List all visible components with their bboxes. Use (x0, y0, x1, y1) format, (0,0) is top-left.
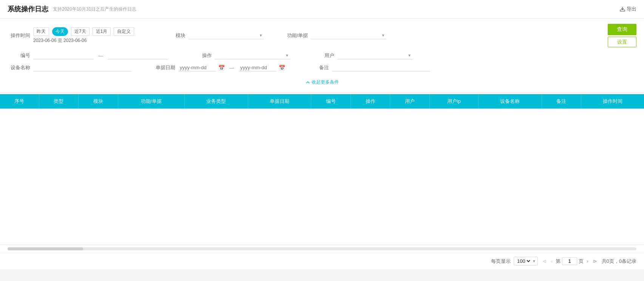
th-function: 功能/单据 (118, 94, 184, 109)
per-page-label: 每页显示 (491, 258, 511, 265)
module-filter: 模块 ▼ (163, 32, 264, 39)
operation-select-wrapper: ▼ (215, 52, 290, 59)
page-header: 系统操作日志 支持2020年10月31日之后产生的操作日志 导出 (0, 0, 644, 19)
th-code: 编号 (311, 94, 351, 109)
user-select[interactable] (337, 52, 413, 59)
scrollbar-area[interactable] (0, 245, 644, 253)
scrollbar-track (8, 247, 636, 250)
page-unit: 页 (579, 258, 584, 265)
operation-label: 操作 (189, 52, 212, 59)
device-input[interactable] (33, 64, 131, 71)
voucher-date-start-wrapper: 📅 (178, 64, 225, 71)
module-select[interactable] (188, 32, 264, 39)
settings-button[interactable]: 设置 (608, 37, 636, 47)
voucher-date-start[interactable] (178, 64, 216, 71)
time-filter: 操作时间 昨天 今天 近7天 近1月 自定义 2023-06-06 至 2023… (8, 27, 134, 44)
module-select-wrapper: ▼ (188, 32, 264, 39)
function-select-wrapper: ▼ (311, 32, 386, 39)
prev-page-button[interactable]: ‹ (550, 258, 554, 265)
time-btn-today[interactable]: 今天 (52, 27, 68, 36)
filter-area: 操作时间 昨天 今天 近7天 近1月 自定义 2023-06-06 至 2023… (0, 19, 644, 93)
voucher-date-separator: — (229, 65, 234, 71)
export-button[interactable]: 导出 (620, 6, 636, 12)
page-subtitle: 支持2020年10月31日之后产生的操作日志 (53, 6, 136, 12)
remark-input[interactable] (332, 64, 430, 71)
device-filter: 设备名称 (8, 64, 131, 71)
th-userip: 用户ip (429, 94, 478, 109)
calendar-icon-start[interactable]: 📅 (218, 65, 225, 71)
code-separator: — (98, 53, 103, 59)
th-seq: 序号 (0, 94, 39, 109)
pagination-bar: 每页显示 50 100 200 ▼ ⊲ ‹ 第 页 › ⊳ 共0页，0条记录 (0, 253, 644, 269)
table-header: 序号 类型 模块 功能/单据 业务类型 单据日期 编号 操作 用户 用户ip 设… (0, 94, 644, 109)
th-device: 设备名称 (478, 94, 542, 109)
user-label: 用户 (312, 52, 334, 59)
code-filter: 编号 — (8, 52, 168, 59)
collapse-text: 收起更多条件 (306, 79, 339, 85)
svg-rect-0 (620, 10, 625, 11)
page-navigation: ⊲ ‹ 第 页 › ⊳ (541, 257, 599, 265)
user-select-wrapper: ▼ (337, 52, 413, 59)
first-page-button[interactable]: ⊲ (541, 258, 548, 265)
page-title: 系统操作日志 (8, 5, 48, 14)
th-optime: 操作时间 (581, 94, 644, 109)
last-page-button[interactable]: ⊳ (591, 258, 599, 265)
voucher-date-label: 单据日期 (153, 64, 175, 71)
filter-row-3: 设备名称 单据日期 📅 — 📅 备注 (8, 64, 636, 71)
code-input-end[interactable] (108, 52, 168, 59)
voucher-date-end[interactable] (239, 64, 276, 71)
th-module: 模块 (79, 94, 118, 109)
function-select[interactable] (311, 32, 386, 39)
time-btns-row: 昨天 今天 近7天 近1月 自定义 (33, 27, 134, 36)
th-type: 类型 (39, 94, 78, 109)
scrollbar-thumb[interactable] (8, 247, 83, 250)
code-label: 编号 (8, 52, 30, 59)
code-input-start[interactable] (33, 52, 94, 59)
export-icon (620, 6, 625, 12)
th-operation: 操作 (351, 94, 390, 109)
next-page-button[interactable]: › (585, 258, 590, 265)
function-label: 功能/单据 (285, 32, 308, 39)
time-range-display: 2023-06-06 至 2023-06-06 (33, 37, 134, 44)
time-label: 操作时间 (8, 32, 30, 39)
page-size-select[interactable]: 50 100 200 (516, 258, 531, 264)
time-btn-1month[interactable]: 近1月 (93, 27, 111, 36)
remark-label: 备注 (306, 64, 329, 71)
voucher-date-filter: 单据日期 📅 — 📅 (153, 64, 285, 71)
voucher-date-end-wrapper: 📅 (239, 64, 285, 71)
time-btn-7days[interactable]: 近7天 (71, 27, 90, 36)
time-section: 昨天 今天 近7天 近1月 自定义 2023-06-06 至 2023-06-0… (33, 27, 134, 44)
filter-row-1: 操作时间 昨天 今天 近7天 近1月 自定义 2023-06-06 至 2023… (8, 24, 636, 47)
page-number-input[interactable] (562, 257, 577, 265)
page-prefix: 第 (556, 258, 561, 265)
total-info: 共0页，0条记录 (602, 258, 636, 265)
device-label: 设备名称 (8, 64, 30, 71)
collapse-bar[interactable]: 收起更多条件 (8, 76, 636, 87)
export-label: 导出 (627, 6, 636, 12)
th-biztype: 业务类型 (185, 94, 248, 109)
operation-filter: 操作 ▼ (189, 52, 290, 59)
operation-select[interactable] (215, 52, 290, 59)
calendar-icon-end[interactable]: 📅 (279, 65, 285, 71)
page-size-select-wrapper: 50 100 200 ▼ (514, 257, 538, 265)
th-date: 单据日期 (248, 94, 311, 109)
th-user: 用户 (390, 94, 429, 109)
filter-row-2: 编号 — 操作 ▼ 用户 ▼ (8, 52, 636, 59)
user-filter: 用户 ▼ (312, 52, 413, 59)
time-btn-yesterday[interactable]: 昨天 (33, 27, 49, 36)
remark-filter: 备注 (306, 64, 430, 71)
th-remark: 备注 (542, 94, 581, 109)
module-label: 模块 (163, 32, 185, 39)
empty-area (0, 109, 644, 245)
function-filter: 功能/单据 ▼ (285, 32, 386, 39)
query-button[interactable]: 查询 (608, 24, 636, 35)
data-table: 序号 类型 模块 功能/单据 业务类型 单据日期 编号 操作 用户 用户ip 设… (0, 94, 644, 109)
collapse-icon (306, 80, 310, 85)
table-section: 序号 类型 模块 功能/单据 业务类型 单据日期 编号 操作 用户 用户ip 设… (0, 94, 644, 245)
page-size-chevron: ▼ (532, 259, 536, 263)
action-buttons: 查询 设置 (608, 24, 636, 47)
table-header-row: 序号 类型 模块 功能/单据 业务类型 单据日期 编号 操作 用户 用户ip 设… (0, 94, 644, 109)
time-btn-custom[interactable]: 自定义 (114, 27, 134, 36)
